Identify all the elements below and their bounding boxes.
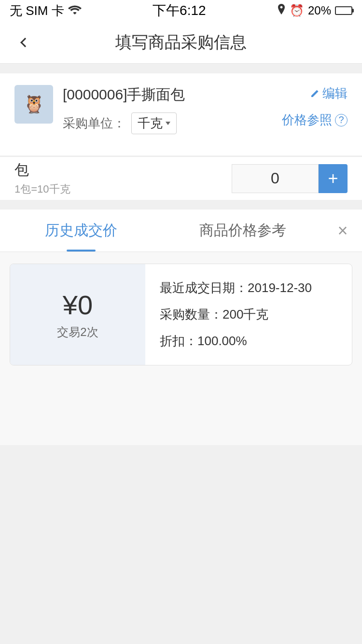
nav-bar: 填写商品采购信息 [0,21,362,64]
battery-percent: 20% [308,4,331,17]
section-divider [0,200,362,210]
unit-value: 千克 [138,115,163,132]
price-ref-button[interactable]: 价格参照 ? [282,112,348,128]
unit-dropdown-arrow-icon [166,122,170,125]
carrier-text: 无 SIM 卡 [10,2,64,19]
product-name: [0000006]手撕面包 [63,85,185,105]
tab-product-price-ref[interactable]: 商品价格参考 [162,210,323,252]
close-icon: × [337,221,348,241]
price-amount: ¥0 [63,289,93,321]
product-area: 🦉 [0000006]手撕面包 采购单位： 千克 编辑 [0,73,362,155]
quantity-input[interactable]: 0 [232,164,319,193]
tab-close-button[interactable]: × [323,210,362,252]
edit-label: 编辑 [322,85,348,102]
tab-bar: 历史成交价 商品价格参考 × [0,210,362,252]
thumbnail-owl-icon: 🦉 [23,94,45,114]
price-trade-count: 交易2次 [57,324,98,340]
tab-active-underline [67,250,96,252]
status-left: 无 SIM 卡 [10,2,82,19]
price-ref-label: 价格参照 [282,112,332,128]
price-card: ¥0 交易2次 最近成交日期：2019-12-30 采购数量：200千克 折扣：… [10,264,352,365]
tab-history-price[interactable]: 历史成交价 [0,210,162,252]
quantity-unit-label: 包 [14,160,70,180]
tab-product-price-label: 商品价格参考 [199,221,286,240]
price-recent-date: 最近成交日期：2019-12-30 [160,279,337,297]
quantity-row: 包 1包=10千克 0 + [0,156,362,200]
battery-icon [335,6,352,15]
status-time: 下午6:12 [153,1,206,20]
status-bar: 无 SIM 卡 下午6:12 ⏰ 20% [0,0,362,21]
tab-history-label: 历史成交价 [45,221,117,240]
quantity-value: 0 [271,169,279,187]
unit-label: 采购单位： [63,115,125,132]
edit-button[interactable]: 编辑 [310,85,348,102]
price-purchase-qty: 采购数量：200千克 [160,305,337,324]
plus-icon: + [328,168,338,189]
page-title: 填写商品采购信息 [115,31,247,54]
status-right: ⏰ 20% [277,4,352,17]
back-button[interactable] [14,32,36,53]
back-arrow-icon [20,38,30,47]
price-card-right: 最近成交日期：2019-12-30 采购数量：200千克 折扣：100.00% [145,264,352,365]
quantity-plus-button[interactable]: + [319,164,348,193]
location-icon [277,4,286,17]
question-icon: ? [335,114,348,126]
product-info: [0000006]手撕面包 采购单位： 千克 [63,85,185,134]
quantity-conversion: 1包=10千克 [14,182,70,196]
quantity-label-group: 包 1包=10千克 [14,160,70,196]
price-value: 0 [78,290,93,320]
price-currency: ¥ [63,290,78,320]
product-header: 🦉 [0000006]手撕面包 采购单位： 千克 编辑 [14,85,348,134]
product-unit-row: 采购单位： 千克 [63,112,185,134]
price-discount: 折扣：100.00% [160,332,337,350]
alarm-icon: ⏰ [290,4,304,17]
price-card-left: ¥0 交易2次 [10,264,145,365]
edit-icon [310,89,320,98]
content-area: ¥0 交易2次 最近成交日期：2019-12-30 采购数量：200千克 折扣：… [0,252,362,445]
quantity-input-group: 0 + [232,164,348,193]
product-thumbnail: 🦉 [14,85,53,124]
wifi-icon [68,3,82,18]
product-left: 🦉 [0000006]手撕面包 采购单位： 千克 [14,85,185,134]
unit-selector[interactable]: 千克 [131,112,177,134]
